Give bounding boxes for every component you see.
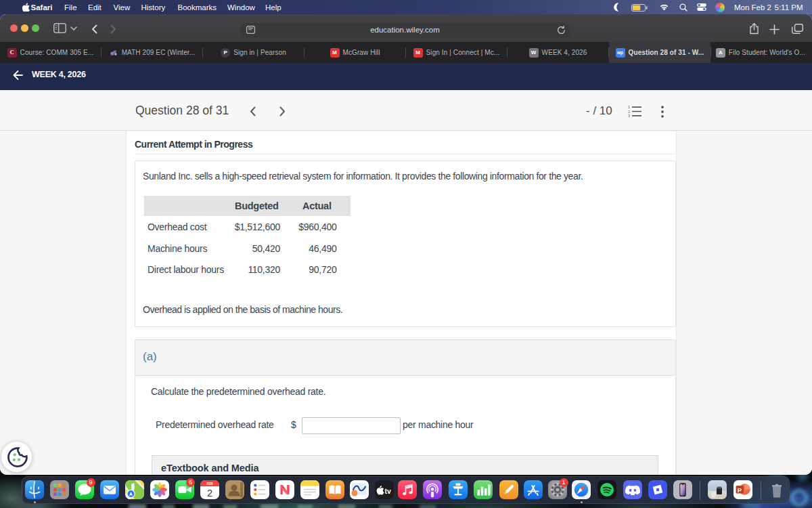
svg-text:1: 1 [628,106,630,109]
svg-text:2: 2 [207,488,212,499]
svg-text:3: 3 [628,114,630,117]
svg-text:P: P [737,486,742,494]
svg-text:FEB: FEB [206,482,213,486]
svg-text:tv: tv [384,487,390,495]
svg-text:2: 2 [628,110,630,114]
